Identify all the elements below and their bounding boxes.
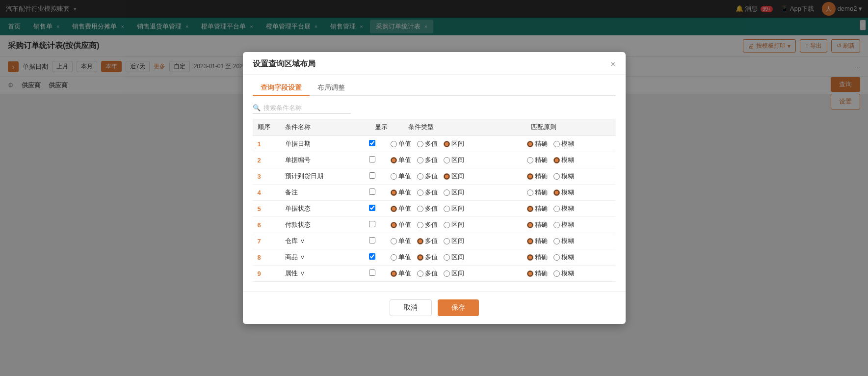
dialog-overlay: 设置查询区域布局 × 查询字段设置 布局调整 🔍 bbox=[0, 0, 868, 94]
settings-dialog: 设置查询区域布局 × 查询字段设置 布局调整 🔍 bbox=[243, 52, 626, 94]
dialog-title: 设置查询区域布局 bbox=[253, 59, 316, 69]
dialog-header: 设置查询区域布局 × bbox=[243, 52, 626, 75]
dialog-tab-query-fields[interactable]: 查询字段设置 bbox=[253, 81, 310, 94]
dialog-tab-layout[interactable]: 布局调整 bbox=[310, 81, 353, 94]
dialog-tabs: 查询字段设置 布局调整 bbox=[253, 75, 616, 94]
dialog-body: 查询字段设置 布局调整 🔍 顺序 bbox=[243, 75, 626, 94]
dialog-close-button[interactable]: × bbox=[610, 60, 616, 69]
